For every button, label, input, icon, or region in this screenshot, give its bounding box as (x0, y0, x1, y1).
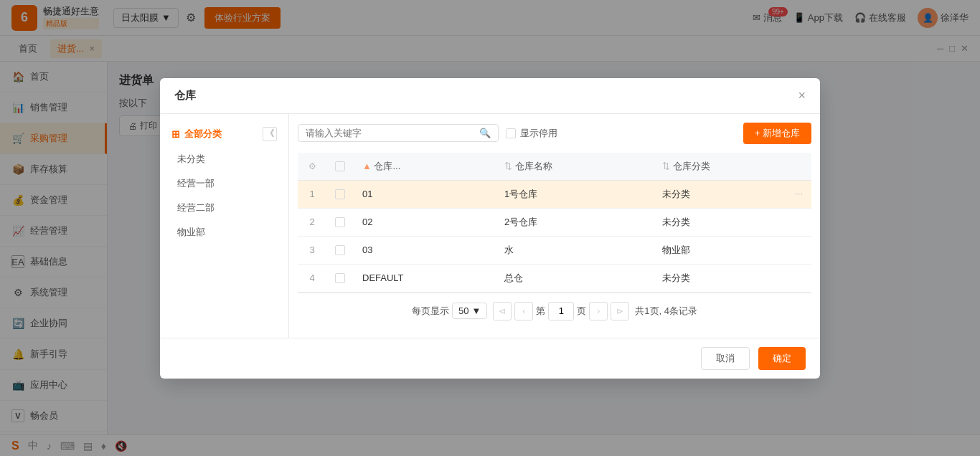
row-code: 01 (354, 180, 496, 208)
sort-icon2: ⇅ (504, 161, 512, 171)
table-row[interactable]: 2 02 2号仓库 未分类 (298, 208, 811, 236)
all-category-item[interactable]: ⊞ 全部分类 《 (160, 121, 288, 147)
page-prev-button[interactable]: ‹ (514, 302, 533, 320)
dialog-title: 仓库 (174, 89, 196, 103)
sort-icon3: ⇅ (662, 161, 670, 171)
warehouse-data-table: ⚙ ▲ 仓库... ⇅ (298, 153, 811, 293)
show-disabled-checkbox[interactable] (506, 128, 516, 138)
dialog-footer: 取消 确定 (160, 338, 820, 379)
pagination: 每页显示 50 ▼ ⊲ ‹ 第 页 › ⊳ (298, 293, 811, 329)
row-name: 水 (496, 236, 654, 264)
total-info: 共1页, 4条记录 (635, 305, 697, 318)
add-warehouse-button[interactable]: + 新增仓库 (743, 123, 811, 144)
search-icon[interactable]: 🔍 (479, 128, 491, 138)
table-row[interactable]: 3 03 水 物业部 (298, 236, 811, 264)
select-all-checkbox[interactable] (335, 161, 345, 171)
page-navigation: ⊲ ‹ 第 页 › ⊳ (493, 302, 629, 320)
row-num: 2 (298, 208, 326, 236)
row-name: 2号仓库 (496, 208, 654, 236)
row-select-checkbox[interactable] (335, 189, 345, 199)
page-unit: 页 (577, 305, 586, 318)
confirm-button[interactable]: 确定 (758, 347, 806, 370)
sort-icon: ▲ (362, 161, 372, 171)
page-next-button[interactable]: › (589, 302, 608, 320)
table-row[interactable]: 1 01 1号仓库 未分类 ··· (298, 180, 811, 208)
row-code: 03 (354, 236, 496, 264)
table-header-row: ⚙ ▲ 仓库... ⇅ (298, 153, 811, 181)
row-code: DEFAULT (354, 264, 496, 292)
row-category: 未分类 ··· (654, 180, 811, 208)
row-num: 3 (298, 236, 326, 264)
col-select-all[interactable] (326, 153, 354, 181)
grid-icon: ⊞ (171, 128, 180, 140)
per-page-select: 每页显示 50 ▼ (412, 303, 487, 319)
all-category-label: 全部分类 (184, 128, 222, 141)
row-num: 4 (298, 264, 326, 292)
cancel-button[interactable]: 取消 (701, 347, 750, 370)
dialog-overlay[interactable]: 仓库 × ⊞ 全部分类 《 未分类 经营一部 经营二部 物业部 (0, 0, 980, 456)
warehouse-dialog: 仓库 × ⊞ 全部分类 《 未分类 经营一部 经营二部 物业部 (160, 78, 820, 379)
search-input-wrap: 🔍 (298, 124, 499, 142)
row-action-menu[interactable]: ··· (795, 188, 803, 199)
page-last-button[interactable]: ⊳ (611, 302, 629, 320)
row-category: 未分类 (654, 264, 811, 292)
table-row[interactable]: 4 DEFAULT 总仓 未分类 (298, 264, 811, 292)
per-page-label: 每页显示 (412, 305, 449, 318)
row-select-checkbox[interactable] (335, 273, 345, 283)
dropdown-icon: ▼ (471, 305, 481, 316)
category-item-ops1[interactable]: 经营一部 (160, 171, 288, 196)
row-checkbox[interactable] (326, 264, 354, 292)
category-item-ops2[interactable]: 经营二部 (160, 196, 288, 220)
col-category-header: ⇅ 仓库分类 (654, 153, 811, 181)
col-name-header: ⇅ 仓库名称 (496, 153, 654, 181)
row-checkbox[interactable] (326, 208, 354, 236)
row-select-checkbox[interactable] (335, 217, 345, 227)
row-category: 物业部 (654, 236, 811, 264)
show-disabled-option[interactable]: 显示停用 (506, 127, 557, 140)
collapse-button[interactable]: 《 (263, 127, 277, 141)
col-code-header: ▲ 仓库... (354, 153, 496, 181)
warehouse-table: ⚙ ▲ 仓库... ⇅ (298, 153, 811, 293)
search-input[interactable] (306, 128, 479, 138)
gear-icon[interactable]: ⚙ (308, 161, 316, 171)
col-num: ⚙ (298, 153, 326, 181)
category-item-property[interactable]: 物业部 (160, 220, 288, 244)
dialog-body: ⊞ 全部分类 《 未分类 经营一部 经营二部 物业部 🔍 (160, 114, 820, 338)
row-code: 02 (354, 208, 496, 236)
page-first-button[interactable]: ⊲ (493, 302, 512, 320)
row-checkbox[interactable] (326, 180, 354, 208)
row-name: 总仓 (496, 264, 654, 292)
page-input[interactable] (548, 302, 574, 320)
per-page-dropdown[interactable]: 50 ▼ (452, 303, 487, 319)
dialog-header: 仓库 × (160, 78, 820, 114)
row-checkbox[interactable] (326, 236, 354, 264)
row-category: 未分类 (654, 208, 811, 236)
row-num: 1 (298, 180, 326, 208)
show-disabled-label: 显示停用 (520, 127, 557, 140)
category-panel: ⊞ 全部分类 《 未分类 经营一部 经营二部 物业部 (160, 114, 289, 338)
category-item-unclassified[interactable]: 未分类 (160, 147, 288, 171)
per-page-value: 50 (458, 305, 468, 316)
dialog-search-bar: 🔍 显示停用 + 新增仓库 (298, 123, 811, 144)
page-label: 第 (536, 305, 545, 318)
row-name: 1号仓库 (496, 180, 654, 208)
dialog-content-panel: 🔍 显示停用 + 新增仓库 ⚙ (289, 114, 820, 338)
row-select-checkbox[interactable] (335, 245, 345, 255)
dialog-close-button[interactable]: × (798, 88, 806, 103)
